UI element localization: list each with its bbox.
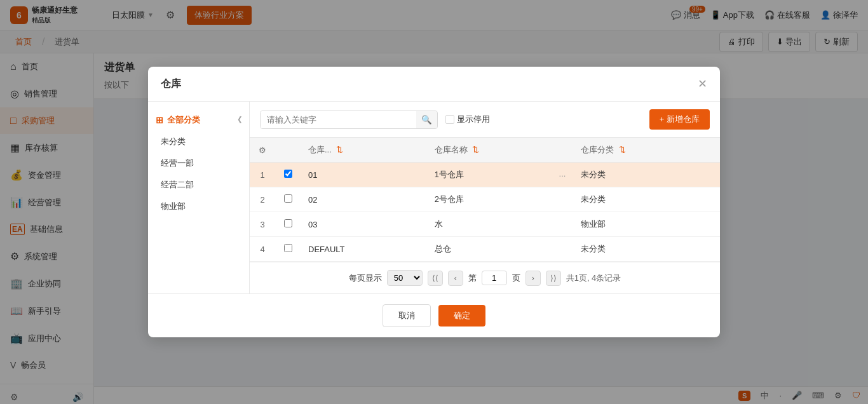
th-name-label: 仓库名称 bbox=[435, 145, 468, 154]
main-layout: ⌂ 首页 ◎ 销售管理 □ 采购管理 ▦ 库存核算 💰 资金管理 📊 经营管理 … bbox=[0, 53, 868, 404]
modal-close-button[interactable]: ✕ bbox=[698, 77, 707, 91]
table-toolbar: 🔍 显示停用 + 新增仓库 bbox=[250, 102, 720, 138]
row-checkbox[interactable] bbox=[275, 187, 301, 212]
th-code-label: 仓库... bbox=[308, 145, 332, 154]
show-disabled-checkbox[interactable] bbox=[445, 115, 454, 124]
show-disabled-toggle[interactable]: 显示停用 bbox=[445, 114, 490, 125]
table-row[interactable]: 1 01 1号仓库... 未分类 bbox=[250, 163, 720, 187]
row-code: 02 bbox=[301, 187, 427, 212]
row-name: 1号仓库... bbox=[427, 163, 574, 187]
modal-header: 仓库 ✕ bbox=[148, 67, 720, 102]
modal-title: 仓库 bbox=[161, 77, 181, 91]
cancel-button[interactable]: 取消 bbox=[383, 304, 431, 327]
grid-icon: ⊞ bbox=[156, 115, 163, 125]
sort-icon-name: ⇅ bbox=[472, 145, 479, 154]
th-checkbox bbox=[275, 138, 301, 163]
all-categories-item[interactable]: ⊞ 全部分类 《 bbox=[148, 109, 249, 131]
row-category: 未分类 bbox=[573, 187, 720, 212]
warehouse-table: ⚙ 仓库... ⇅ 仓库名称 ⇅ bbox=[250, 138, 720, 262]
page-size-select[interactable]: 50 10 20 100 bbox=[387, 270, 423, 286]
th-name[interactable]: 仓库名称 ⇅ bbox=[427, 138, 574, 163]
page-label: 第 bbox=[468, 273, 477, 284]
table-row[interactable]: 2 02 2号仓库 未分类 bbox=[250, 187, 720, 212]
row-num: 2 bbox=[250, 187, 275, 212]
all-categories-label: 全部分类 bbox=[167, 114, 200, 126]
row-name: 水 bbox=[427, 212, 574, 237]
page-prev-button[interactable]: ‹ bbox=[448, 271, 463, 286]
table-header-row: ⚙ 仓库... ⇅ 仓库名称 ⇅ bbox=[250, 138, 720, 163]
row-checkbox[interactable] bbox=[275, 237, 301, 262]
collapse-icon[interactable]: 《 bbox=[234, 115, 241, 126]
confirm-button[interactable]: 确定 bbox=[438, 305, 485, 327]
modal-overlay: 仓库 ✕ ⊞ 全部分类 《 未分类 经营一部 bbox=[94, 53, 868, 404]
table-row[interactable]: 4 DEFAULT 总仓 未分类 bbox=[250, 237, 720, 262]
row-category: 物业部 bbox=[573, 212, 720, 237]
th-category[interactable]: 仓库分类 ⇅ bbox=[573, 138, 720, 163]
row-num: 1 bbox=[250, 163, 275, 187]
category-item-property[interactable]: 物业部 bbox=[148, 196, 249, 217]
row-checkbox[interactable] bbox=[275, 212, 301, 237]
table-panel: 🔍 显示停用 + 新增仓库 bbox=[250, 102, 720, 293]
category-item-dept2[interactable]: 经营二部 bbox=[148, 174, 249, 196]
row-more-button[interactable]: ... bbox=[559, 169, 566, 178]
sort-icon-code: ⇅ bbox=[336, 145, 343, 154]
row-name: 总仓 bbox=[427, 237, 574, 262]
page-number-input[interactable] bbox=[482, 271, 507, 285]
row-code: DEFAULT bbox=[301, 237, 427, 262]
category-item-unclassified[interactable]: 未分类 bbox=[148, 131, 249, 152]
row-checkbox[interactable] bbox=[275, 163, 301, 187]
search-input[interactable] bbox=[261, 111, 416, 128]
modal-body: ⊞ 全部分类 《 未分类 经营一部 经营二部 物业部 bbox=[148, 102, 720, 293]
modal-footer: 取消 确定 bbox=[148, 293, 720, 337]
per-page-label: 每页显示 bbox=[349, 273, 382, 284]
warehouse-modal: 仓库 ✕ ⊞ 全部分类 《 未分类 经营一部 bbox=[148, 67, 720, 337]
row-code: 03 bbox=[301, 212, 427, 237]
page-next-button[interactable]: › bbox=[526, 271, 541, 286]
page-last-button[interactable]: ⟩⟩ bbox=[546, 271, 561, 286]
th-code[interactable]: 仓库... ⇅ bbox=[301, 138, 427, 163]
sort-icon-category: ⇅ bbox=[619, 145, 626, 154]
content-area: 进货单 按以下 仓库 ✕ ⊞ 全部分 bbox=[94, 53, 868, 404]
row-category: 未分类 bbox=[573, 237, 720, 262]
th-category-label: 仓库分类 bbox=[581, 145, 614, 154]
page-total: 共1页, 4条记录 bbox=[566, 273, 621, 284]
search-button[interactable]: 🔍 bbox=[416, 111, 437, 128]
page-first-button[interactable]: ⟨⟨ bbox=[428, 271, 443, 286]
show-disabled-label: 显示停用 bbox=[457, 114, 490, 125]
row-name: 2号仓库 bbox=[427, 187, 574, 212]
table-row[interactable]: 3 03 水 物业部 bbox=[250, 212, 720, 237]
category-item-dept1[interactable]: 经营一部 bbox=[148, 152, 249, 174]
th-settings: ⚙ bbox=[250, 138, 275, 163]
row-num: 4 bbox=[250, 237, 275, 262]
row-num: 3 bbox=[250, 212, 275, 237]
category-panel: ⊞ 全部分类 《 未分类 经营一部 经营二部 物业部 bbox=[148, 102, 250, 293]
row-code: 01 bbox=[301, 163, 427, 187]
page-unit: 页 bbox=[512, 273, 520, 284]
search-box: 🔍 bbox=[260, 111, 438, 129]
add-warehouse-button[interactable]: + 新增仓库 bbox=[649, 109, 710, 130]
row-category: 未分类 bbox=[573, 163, 720, 187]
pagination: 每页显示 50 10 20 100 ⟨⟨ ‹ 第 页 bbox=[250, 262, 720, 293]
